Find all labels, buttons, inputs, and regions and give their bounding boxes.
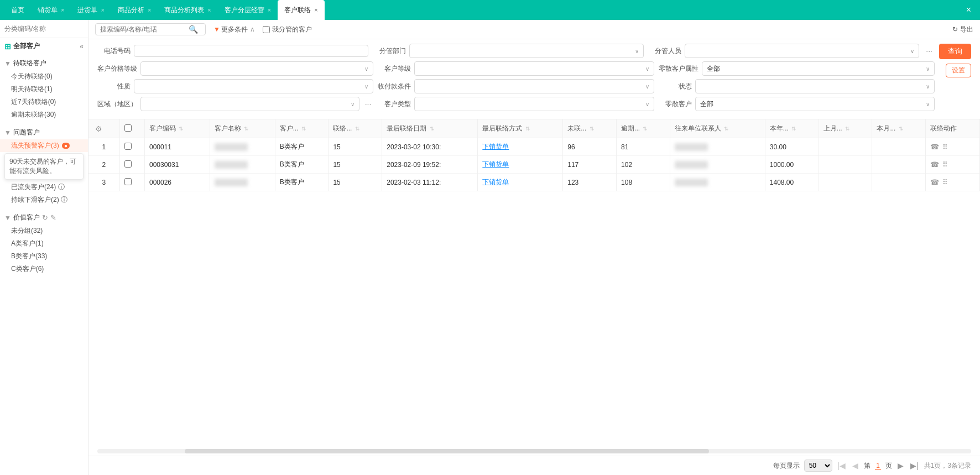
more-btn-1[interactable]: ··· xyxy=(924,46,935,55)
tab-home[interactable]: 首页 xyxy=(4,0,31,20)
tab-close-icon[interactable]: × xyxy=(268,7,271,13)
cell-checkbox xyxy=(119,156,144,174)
col-not-contacted[interactable]: 未联... ⇅ xyxy=(563,119,617,138)
setting-button[interactable]: 设置 xyxy=(946,64,971,77)
payment-select[interactable]: ∨ xyxy=(414,79,654,93)
scrollbar-thumb[interactable] xyxy=(185,449,709,453)
col-code[interactable]: 客户编码 ⇅ xyxy=(145,119,210,138)
retail-attr-select[interactable]: 全部 ∨ xyxy=(702,61,935,76)
sidebar-item-unclassified[interactable]: 未分组(32) xyxy=(0,225,88,237)
nav-prev[interactable]: ◀ xyxy=(851,461,859,470)
tab-product-analysis-list[interactable]: 商品分析列表 × xyxy=(158,0,217,20)
retail-customer-select[interactable]: 全部 ∨ xyxy=(695,97,935,111)
group-problem-customers-title[interactable]: ▼ 问题客户 xyxy=(0,126,88,139)
my-customers-checkbox[interactable] xyxy=(263,26,270,33)
export-button[interactable]: ↻ 导出 xyxy=(952,25,973,34)
sidebar-item-declining-customers[interactable]: 持续下滑客户(2) ⓘ xyxy=(0,194,88,206)
tab-purchase-order[interactable]: 进货单 × xyxy=(71,0,111,20)
cell-contacts: 15 xyxy=(329,156,382,174)
col-last-method[interactable]: 最后联络方式 ⇅ xyxy=(478,119,563,138)
more-action-icon[interactable]: ⠿ xyxy=(942,143,948,151)
per-page-select[interactable]: 50 100 200 xyxy=(804,460,832,472)
contact-icon[interactable]: ☎ xyxy=(930,160,939,169)
nature-select[interactable]: ∨ xyxy=(134,79,373,93)
customer-type-select[interactable]: ∨ xyxy=(414,97,654,111)
sort-icon: ⇅ xyxy=(525,126,530,132)
window-close-button[interactable]: × xyxy=(962,5,976,15)
tab-close-icon[interactable]: × xyxy=(314,7,317,13)
sidebar-search-wrap: 🔍 xyxy=(0,20,88,38)
more-action-icon[interactable]: ⠿ xyxy=(942,178,948,186)
sidebar-item-class-a[interactable]: A类客户(1) xyxy=(0,237,88,250)
sidebar-item-tomorrow-pending[interactable]: 明天待联络(1) xyxy=(0,83,88,96)
sidebar-item-overdue-not-contacted[interactable]: 逾期未联络(30) xyxy=(0,108,88,121)
sort-icon: ⇅ xyxy=(643,126,647,132)
tab-customer-tier[interactable]: 客户分层经营 × xyxy=(218,0,278,20)
group-value-customers-title[interactable]: ▼ 价值客户 ↻ ✎ xyxy=(0,211,88,225)
col-name[interactable]: 客户名称 ⇅ xyxy=(210,119,275,138)
nav-next[interactable]: ▶ xyxy=(896,461,905,470)
cell-last-method: 下销货单 xyxy=(478,138,563,156)
cell-this-month xyxy=(872,174,926,191)
filter-field-customer-type: 客户类型 ∨ xyxy=(378,97,654,111)
filter-field-region: 区域（地区） ∨ ··· xyxy=(97,97,373,111)
sidebar-item-class-b[interactable]: B类客户(33) xyxy=(0,250,88,263)
contact-icon[interactable]: ☎ xyxy=(930,178,939,186)
row-checkbox[interactable] xyxy=(124,143,132,150)
col-type[interactable]: 客户... ⇅ xyxy=(275,119,329,138)
tab-close-icon[interactable]: × xyxy=(148,7,151,13)
row-checkbox[interactable] xyxy=(124,178,132,185)
sidebar-item-today-pending[interactable]: 今天待联络(0) xyxy=(0,70,88,83)
contact-icon[interactable]: ☎ xyxy=(930,143,939,151)
more-conditions-button[interactable]: ▼ 更多条件 ∧ xyxy=(210,24,258,35)
sidebar-search-input[interactable] xyxy=(4,25,87,33)
edit-icon[interactable]: ✎ xyxy=(50,213,56,222)
horizontal-scrollbar[interactable] xyxy=(97,449,971,453)
dept-select[interactable]: ∨ xyxy=(409,44,644,58)
customer-level-select[interactable]: ∨ xyxy=(414,61,654,76)
footer: 每页显示 50 100 200 |◀ ◀ 第 1 页 ▶ ▶| 共1页，3条记录 xyxy=(88,456,980,475)
group-pending-contact-title[interactable]: ▼ 待联络客户 xyxy=(0,56,88,70)
filter-panel: 电话号码 分管部门 ∨ 分管人员 xyxy=(88,39,980,119)
status-select[interactable]: ∨ xyxy=(695,79,935,93)
query-button[interactable]: 查询 xyxy=(939,44,971,59)
col-last-month[interactable]: 上月... ⇅ xyxy=(819,119,872,138)
tab-close-icon[interactable]: × xyxy=(61,7,64,13)
region-select[interactable]: ∨ xyxy=(140,97,359,111)
filter-field-customer-level: 客户等级 ∨ xyxy=(378,61,654,76)
gear-icon[interactable]: ⚙ xyxy=(93,124,105,133)
sidebar-item-7days-pending[interactable]: 近7天待联络(0) xyxy=(0,96,88,108)
row-checkbox[interactable] xyxy=(124,160,132,168)
cell-this-year: 1000.00 xyxy=(765,156,819,174)
nav-first[interactable]: |◀ xyxy=(837,461,847,470)
sidebar-item-churn-warning[interactable]: 流失预警客户(3) ● xyxy=(0,139,88,152)
select-all-checkbox[interactable] xyxy=(124,124,132,132)
chevron-down-icon: ∨ xyxy=(926,83,930,90)
col-this-year[interactable]: 本年... ⇅ xyxy=(765,119,819,138)
nav-last[interactable]: ▶| xyxy=(909,461,920,470)
col-seq: ⚙ xyxy=(88,119,119,138)
tab-close-icon[interactable]: × xyxy=(207,7,211,13)
phone-input[interactable] xyxy=(134,45,368,57)
manager-select[interactable]: ∨ xyxy=(685,44,919,58)
col-contact-person[interactable]: 往来单位联系人 ⇅ xyxy=(670,119,765,138)
col-this-month[interactable]: 本月... ⇅ xyxy=(872,119,926,138)
col-contacts[interactable]: 联络... ⇅ xyxy=(329,119,382,138)
search-button[interactable]: 🔍 xyxy=(189,25,198,34)
more-btn-region[interactable]: ··· xyxy=(363,100,374,108)
col-overdue[interactable]: 逾期... ⇅ xyxy=(617,119,670,138)
col-last-date[interactable]: 最后联络日期 ⇅ xyxy=(382,119,478,138)
tab-product-analysis[interactable]: 商品分析 × xyxy=(111,0,158,20)
filter-field-dept: 分管部门 ∨ xyxy=(373,44,644,58)
tab-sales-order[interactable]: 销货单 × xyxy=(31,0,71,20)
all-customers-header[interactable]: ⊞ 全部客户 « xyxy=(0,38,88,54)
sidebar-item-class-c[interactable]: C类客户(6) xyxy=(0,263,88,275)
tab-close-icon[interactable]: × xyxy=(101,7,104,13)
collapse-icon: « xyxy=(80,43,84,50)
refresh-icon[interactable]: ↻ xyxy=(42,213,48,222)
search-input[interactable] xyxy=(100,25,189,33)
more-action-icon[interactable]: ⠿ xyxy=(942,160,948,169)
tab-customer-contact[interactable]: 客户联络 × xyxy=(278,0,324,20)
sidebar-item-lost-customers[interactable]: 已流失客户(24) ⓘ xyxy=(0,181,88,194)
price-level-select[interactable]: ∨ xyxy=(140,61,373,76)
